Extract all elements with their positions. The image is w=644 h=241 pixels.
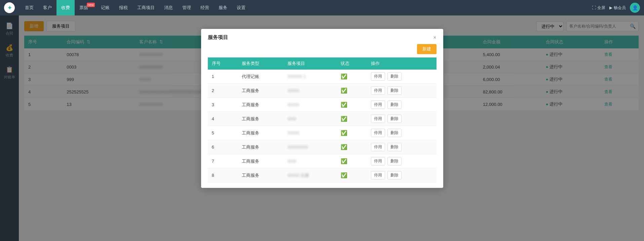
avatar[interactable]: 👤 bbox=[630, 3, 640, 13]
delete-button[interactable]: 删除 bbox=[387, 171, 402, 179]
modal-body: 序号 服务类型 服务项目 状态 操作 1 代理记账 XXXXX 1 ✅ 停用 删… bbox=[201, 57, 443, 188]
modal-cell-status: ✅ bbox=[337, 154, 367, 168]
stop-button[interactable]: 停用 bbox=[371, 143, 385, 151]
modal-cell-item: XXXX bbox=[283, 84, 337, 98]
modal-close-button[interactable]: × bbox=[433, 35, 436, 40]
nav-items: 首页 客户 收费 票据 new 记账 报税 工商项目 消息 管理 经营 服务 设… bbox=[20, 0, 592, 15]
nav-commerce[interactable]: 工商项目 bbox=[132, 0, 159, 15]
status-check-icon: ✅ bbox=[341, 158, 347, 164]
modal-cell-type: 工商服务 bbox=[238, 112, 283, 126]
nav-settings[interactable]: 设置 bbox=[232, 0, 250, 15]
nav-operation[interactable]: 经营 bbox=[196, 0, 214, 15]
modal-cell-type: 工商服务 bbox=[238, 154, 283, 168]
modal-col-seq: 序号 bbox=[208, 57, 238, 70]
modal-cell-type: 工商服务 bbox=[238, 98, 283, 112]
modal-cell-seq: 7 bbox=[208, 154, 238, 168]
delete-button[interactable]: 删除 bbox=[387, 157, 402, 165]
status-check-icon: ✅ bbox=[341, 172, 347, 178]
modal-cell-item: XXX bbox=[283, 112, 337, 126]
modal-col-status: 状态 bbox=[337, 57, 367, 70]
modal-table-row: 1 代理记账 XXXXX 1 ✅ 停用 删除 bbox=[208, 70, 437, 84]
modal-cell-seq: 2 bbox=[208, 84, 238, 98]
modal-cell-ops: 停用 删除 bbox=[367, 98, 437, 112]
modal-cell-seq: 6 bbox=[208, 140, 238, 154]
status-check-icon: ✅ bbox=[341, 130, 347, 136]
delete-button[interactable]: 删除 bbox=[387, 101, 402, 109]
delete-button[interactable]: 删除 bbox=[387, 72, 402, 81]
status-check-icon: ✅ bbox=[341, 88, 347, 93]
modal-cell-status: ✅ bbox=[337, 84, 367, 98]
nav-customer[interactable]: 客户 bbox=[38, 0, 56, 15]
modal-cell-item: XXXXXXX bbox=[283, 140, 337, 154]
modal-col-item: 服务项目 bbox=[283, 57, 337, 70]
modal-cell-type: 工商服务 bbox=[238, 168, 283, 183]
delete-button[interactable]: 删除 bbox=[387, 86, 402, 95]
nav-message[interactable]: 消息 bbox=[159, 0, 178, 15]
modal-cell-seq: 5 bbox=[208, 126, 238, 140]
nav-manage[interactable]: 管理 bbox=[178, 0, 196, 15]
stop-button[interactable]: 停用 bbox=[371, 101, 385, 109]
modal-cell-type: 工商服务 bbox=[238, 84, 283, 98]
stop-button[interactable]: 停用 bbox=[371, 86, 385, 95]
modal-title: 服务项目 bbox=[208, 34, 228, 41]
right-tools: ⛶ 全屏 ▶ 畅会员 👤 bbox=[592, 3, 640, 13]
modal-cell-ops: 停用 删除 bbox=[367, 140, 437, 154]
modal-cell-ops: 停用 删除 bbox=[367, 154, 437, 168]
nav-bookkeeping[interactable]: 记账 bbox=[96, 0, 114, 15]
modal-col-type: 服务类型 bbox=[238, 57, 283, 70]
nav-fee[interactable]: 收费 bbox=[56, 0, 75, 15]
modal-cell-seq: 8 bbox=[208, 168, 238, 183]
modal-header: 服务项目 × bbox=[201, 29, 443, 44]
modal-cell-item: XXXXX 1 bbox=[283, 70, 337, 84]
status-check-icon: ✅ bbox=[341, 144, 347, 150]
stop-button[interactable]: 停用 bbox=[371, 171, 385, 179]
stop-button[interactable]: 停用 bbox=[371, 129, 385, 137]
vip-btn[interactable]: ▶ 畅会员 bbox=[609, 5, 626, 11]
modal-table-row: 5 工商服务 XXXX ✅ 停用 删除 bbox=[208, 126, 437, 140]
delete-button[interactable]: 删除 bbox=[387, 129, 402, 137]
modal-cell-seq: 1 bbox=[208, 70, 238, 84]
top-navigation: ✦ 首页 客户 收费 票据 new 记账 报税 工商项目 消息 管理 经营 服务… bbox=[0, 0, 644, 15]
fullscreen-icon: ⛶ bbox=[592, 5, 596, 10]
nav-service[interactable]: 服务 bbox=[214, 0, 232, 15]
modal-cell-status: ✅ bbox=[337, 168, 367, 183]
modal-cell-type: 工商服务 bbox=[238, 126, 283, 140]
status-check-icon: ✅ bbox=[341, 74, 347, 79]
modal-cell-status: ✅ bbox=[337, 126, 367, 140]
stop-button[interactable]: 停用 bbox=[371, 115, 385, 123]
modal-cell-status: ✅ bbox=[337, 98, 367, 112]
modal-cell-ops: 停用 删除 bbox=[367, 168, 437, 183]
vip-icon: ▶ bbox=[609, 5, 612, 10]
modal-cell-type: 代理记账 bbox=[238, 70, 283, 84]
modal-cell-ops: 停用 删除 bbox=[367, 70, 437, 84]
status-check-icon: ✅ bbox=[341, 102, 347, 108]
modal-cell-seq: 4 bbox=[208, 112, 238, 126]
modal-cell-type: 工商服务 bbox=[238, 140, 283, 154]
modal-toolbar: 新建 bbox=[201, 44, 443, 57]
modal-cell-seq: 3 bbox=[208, 98, 238, 112]
modal-cell-status: ✅ bbox=[337, 140, 367, 154]
modal-cell-status: ✅ bbox=[337, 112, 367, 126]
service-project-modal: 服务项目 × 新建 序号 服务类型 服务项目 状态 操作 1 代理记账 bbox=[201, 29, 443, 188]
stop-button[interactable]: 停用 bbox=[371, 157, 385, 165]
nav-home[interactable]: 首页 bbox=[20, 0, 38, 15]
modal-table-row: 6 工商服务 XXXXXXX ✅ 停用 删除 bbox=[208, 140, 437, 154]
nav-tax[interactable]: 报税 bbox=[114, 0, 132, 15]
modal-cell-ops: 停用 删除 bbox=[367, 84, 437, 98]
modal-new-button[interactable]: 新建 bbox=[417, 44, 437, 54]
modal-cell-ops: 停用 删除 bbox=[367, 112, 437, 126]
modal-table-row: 2 工商服务 XXXX ✅ 停用 删除 bbox=[208, 84, 437, 98]
modal-cell-item: XXX bbox=[283, 154, 337, 168]
modal-overlay[interactable]: 服务项目 × 新建 序号 服务类型 服务项目 状态 操作 1 代理记账 bbox=[0, 15, 644, 241]
modal-table-row: 7 工商服务 XXX ✅ 停用 删除 bbox=[208, 154, 437, 168]
modal-table-row: 8 工商服务 XXXX 注册 ✅ 停用 删除 bbox=[208, 168, 437, 183]
service-items-table: 序号 服务类型 服务项目 状态 操作 1 代理记账 XXXXX 1 ✅ 停用 删… bbox=[208, 57, 437, 183]
fullscreen-btn[interactable]: ⛶ 全屏 bbox=[592, 5, 605, 11]
modal-col-ops: 操作 bbox=[367, 57, 437, 70]
nav-invoice[interactable]: 票据 new bbox=[75, 0, 96, 15]
modal-cell-ops: 停用 删除 bbox=[367, 126, 437, 140]
delete-button[interactable]: 删除 bbox=[387, 115, 402, 123]
delete-button[interactable]: 删除 bbox=[387, 143, 402, 151]
modal-cell-item: XXXX bbox=[283, 126, 337, 140]
stop-button[interactable]: 停用 bbox=[371, 72, 385, 81]
